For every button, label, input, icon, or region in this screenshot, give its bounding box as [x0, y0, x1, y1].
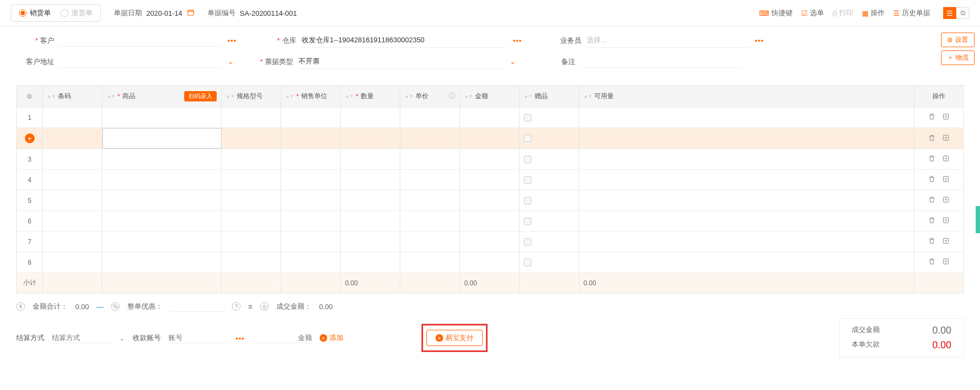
- add-row-icon[interactable]: [942, 134, 950, 143]
- table-settings-icon[interactable]: ⚙: [27, 93, 33, 100]
- table-row[interactable]: 7: [17, 232, 963, 252]
- table-row[interactable]: 5: [17, 190, 963, 211]
- col-qty[interactable]: ▲▼*数量: [341, 86, 400, 107]
- tab-return-order[interactable]: 退货单: [61, 8, 93, 18]
- cell-spec[interactable]: [222, 149, 281, 169]
- cell-barcode[interactable]: [43, 170, 102, 190]
- col-amount[interactable]: ▲▼金额: [460, 86, 520, 107]
- operations-button[interactable]: ▦操作: [862, 8, 885, 18]
- cell-amount[interactable]: [460, 149, 520, 169]
- cell-price[interactable]: [400, 149, 460, 169]
- delete-row-icon[interactable]: [928, 155, 936, 164]
- cell-unit[interactable]: [281, 170, 341, 190]
- cell-qty[interactable]: [341, 211, 400, 231]
- cell-price[interactable]: [400, 170, 460, 190]
- gift-checkbox[interactable]: [524, 135, 531, 142]
- customer-input[interactable]: [60, 35, 222, 47]
- cell-qty[interactable]: [341, 149, 400, 169]
- cell-qty[interactable]: [341, 128, 400, 149]
- history-button[interactable]: ☰历史单据: [893, 8, 930, 18]
- cell-unit[interactable]: [281, 128, 341, 149]
- cell-gift[interactable]: [520, 107, 579, 127]
- cell-barcode[interactable]: [43, 149, 102, 169]
- gift-checkbox[interactable]: [524, 259, 531, 266]
- add-row-icon[interactable]: [942, 216, 950, 226]
- cell-spec[interactable]: [222, 252, 281, 272]
- gift-checkbox[interactable]: [524, 238, 531, 246]
- cell-amount[interactable]: [460, 107, 520, 127]
- view-split-toggle[interactable]: ⧉: [956, 7, 969, 19]
- settings-button[interactable]: ⚙设置: [941, 33, 975, 47]
- table-row[interactable]: 1: [17, 107, 963, 128]
- cell-spec[interactable]: [222, 211, 281, 231]
- remark-input[interactable]: [581, 56, 743, 68]
- add-row-icon[interactable]: [942, 258, 950, 267]
- receipt-account-input[interactable]: [168, 333, 228, 343]
- cell-product[interactable]: [102, 252, 222, 272]
- add-row-icon[interactable]: [942, 196, 950, 205]
- cell-spec[interactable]: [222, 170, 281, 190]
- invoice-type-input[interactable]: 不开票: [298, 54, 504, 69]
- warehouse-lookup-icon[interactable]: •••: [513, 36, 522, 44]
- cell-qty[interactable]: [341, 107, 400, 127]
- settlement-method-input[interactable]: [52, 333, 112, 343]
- cell-amount[interactable]: [460, 170, 520, 190]
- cell-amount[interactable]: [460, 128, 520, 149]
- col-available[interactable]: ▲▼可用量: [579, 86, 914, 107]
- add-row-icon[interactable]: [942, 237, 950, 246]
- col-spec[interactable]: ▲▼规格型号: [222, 86, 281, 107]
- cell-amount[interactable]: [460, 190, 520, 210]
- cell-unit[interactable]: [281, 190, 341, 210]
- account-lookup-icon[interactable]: •••: [236, 334, 245, 342]
- scan-input-badge[interactable]: 扫码录入: [184, 91, 217, 101]
- salesman-input[interactable]: 选择...: [587, 33, 749, 48]
- salesman-lookup-icon[interactable]: •••: [755, 36, 764, 44]
- delete-row-icon[interactable]: [928, 216, 936, 226]
- help-icon[interactable]: ⓘ: [449, 92, 455, 101]
- cell-price[interactable]: [400, 252, 460, 272]
- cell-unit[interactable]: [281, 252, 341, 272]
- cell-barcode[interactable]: [43, 232, 102, 252]
- add-row-icon[interactable]: [942, 113, 950, 122]
- cell-qty[interactable]: [341, 190, 400, 210]
- cell-barcode[interactable]: [43, 252, 102, 272]
- cell-product[interactable]: [102, 128, 222, 149]
- table-row[interactable]: +: [17, 128, 963, 149]
- side-drawer-handle[interactable]: [976, 206, 980, 233]
- col-unit[interactable]: ▲▼*销售单位: [281, 86, 341, 107]
- table-row[interactable]: 8: [17, 252, 963, 273]
- cell-unit[interactable]: [281, 232, 341, 252]
- cell-amount[interactable]: [460, 211, 520, 231]
- gift-checkbox[interactable]: [524, 197, 531, 204]
- cell-gift[interactable]: [520, 149, 579, 169]
- help-icon[interactable]: ?: [232, 302, 241, 311]
- select-order-button[interactable]: ☑选单: [801, 8, 824, 18]
- cell-qty[interactable]: [341, 252, 400, 272]
- gift-checkbox[interactable]: [524, 218, 531, 225]
- cell-amount[interactable]: [460, 232, 520, 252]
- gift-checkbox[interactable]: [524, 156, 531, 163]
- table-row[interactable]: 4: [17, 170, 963, 190]
- cell-spec[interactable]: [222, 190, 281, 210]
- chevron-down-icon[interactable]: ⌄: [228, 57, 233, 66]
- add-row-icon[interactable]: [942, 175, 950, 184]
- cell-qty[interactable]: [341, 232, 400, 252]
- cell-product[interactable]: [102, 190, 222, 210]
- cell-price[interactable]: [400, 128, 460, 149]
- discount-input[interactable]: [170, 301, 224, 312]
- print-button[interactable]: ⎙打印: [833, 8, 853, 18]
- cell-unit[interactable]: [281, 211, 341, 231]
- cell-unit[interactable]: [281, 107, 341, 127]
- cell-product[interactable]: [102, 232, 222, 252]
- cell-gift[interactable]: [520, 211, 579, 231]
- add-row-icon[interactable]: [942, 155, 950, 164]
- yeepay-button[interactable]: + 易宝支付: [426, 330, 483, 346]
- cell-gift[interactable]: [520, 232, 579, 252]
- cell-price[interactable]: [400, 211, 460, 231]
- cell-barcode[interactable]: [43, 128, 102, 149]
- delete-row-icon[interactable]: [928, 237, 936, 246]
- cell-spec[interactable]: [222, 107, 281, 127]
- shortcut-button[interactable]: ⌨快捷键: [759, 8, 793, 18]
- cell-spec[interactable]: [222, 232, 281, 252]
- table-row[interactable]: 6: [17, 211, 963, 232]
